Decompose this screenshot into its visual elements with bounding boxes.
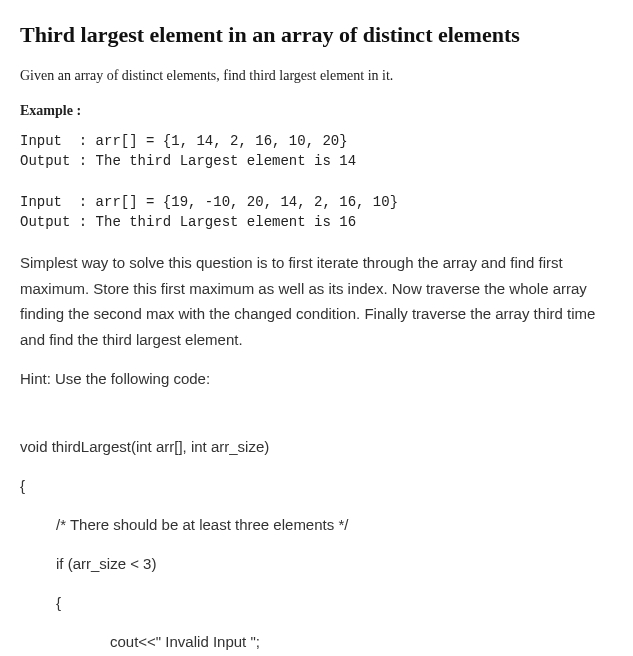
code-if-line: if (arr_size < 3): [20, 544, 613, 583]
code-block: void thirdLargest(int arr[], int arr_siz…: [20, 427, 613, 656]
code-cout-line: cout<<" Invalid Input ";: [20, 622, 613, 656]
code-comment: /* There should be at least three elemen…: [20, 505, 613, 544]
code-open-brace: {: [20, 477, 25, 494]
example-io-block: Input : arr[] = {1, 14, 2, 16, 10, 20} O…: [20, 131, 613, 232]
code-fn-signature: void thirdLargest(int arr[], int arr_siz…: [20, 438, 269, 455]
intro-text: Given an array of distinct elements, fin…: [20, 65, 613, 86]
hint-text: Hint: Use the following code:: [20, 368, 613, 391]
code-if-open-brace: {: [20, 583, 613, 622]
example-label: Example :: [20, 100, 613, 121]
page-title: Third largest element in an array of dis…: [20, 18, 613, 51]
explanation-text: Simplest way to solve this question is t…: [20, 250, 613, 352]
